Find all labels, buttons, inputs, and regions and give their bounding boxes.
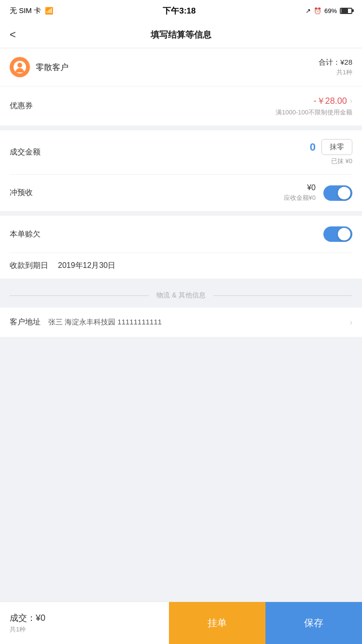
divider-left [10,295,149,296]
hang-button[interactable]: 挂单 [169,602,265,644]
prepay-subtext: 应收金额¥0 [284,194,316,202]
total-count: 共1种 [319,68,352,77]
debt-toggle-knob [338,228,350,240]
prepay-value: ¥0 [307,183,316,192]
carrier-label: 无 SIM 卡 [10,6,41,15]
logistics-label: 物流 & 其他信息 [156,291,205,300]
due-date-row: 收款到期日 2019年12月30日 [10,252,352,279]
deal-amount-row: 成交金额 0 抹零 已抹 ¥0 [10,130,352,175]
wifi-icon: 📶 [45,7,53,14]
amount-section: 成交金额 0 抹零 已抹 ¥0 冲预收 ¥0 应收金额¥0 [0,130,362,211]
address-value: 张三 海淀永丰科技园 11111111111 [48,318,162,327]
address-chevron-icon: › [350,318,352,327]
coupon-chevron-icon: › [350,97,352,105]
customer-left: 零散客户 [10,57,69,77]
content: 零散客户 合计：¥28 共1种 优惠券 -￥28.00 › 满1000-100不… [0,48,362,385]
avatar [10,57,30,77]
customer-name: 零散客户 [36,62,69,73]
prepay-toggle[interactable] [323,185,352,201]
customer-row: 零散客户 合计：¥28 共1种 [0,48,362,86]
coupon-right: -￥28.00 › 满1000-100不限制使用金额 [276,95,352,117]
bottom-deal: 成交：¥0 [10,612,159,624]
deal-amount-value: 0 [310,141,316,154]
prepay-right: ¥0 应收金额¥0 [284,183,316,202]
debt-section: 本单赊欠 收款到期日 2019年12月30日 [0,216,362,279]
page-title: 填写结算等信息 [151,29,211,41]
status-left: 无 SIM 卡 📶 [10,6,53,15]
deal-amount-label: 成交金额 [10,147,41,157]
bottom-bar: 成交：¥0 共1种 挂单 保存 [0,602,362,644]
bottom-count: 共1种 [10,625,159,634]
total-label: 合计：¥28 [319,58,352,67]
bottom-deal-label: 成交： [10,613,36,623]
status-right: ↗ ⏰ 69% [306,7,352,14]
back-button[interactable]: < [10,28,16,41]
status-time: 下午3:18 [163,5,195,16]
bottom-info: 成交：¥0 共1种 [0,612,169,634]
coupon-label: 优惠券 [10,101,33,111]
alarm-icon: ⏰ [314,7,321,14]
prepay-row: 冲预收 ¥0 应收金额¥0 [10,175,352,211]
battery-icon [340,8,352,14]
coupon-subtext: 满1000-100不限制使用金额 [276,108,352,117]
battery-percent: 69% [324,7,337,14]
avatar-icon [14,61,26,73]
address-label: 客户地址 [10,317,41,327]
deal-amount-sub: 已抹 ¥0 [331,157,352,166]
due-date-value: 2019年12月30日 [58,261,115,271]
location-icon: ↗ [306,7,311,14]
address-left: 客户地址 张三 海淀永丰科技园 11111111111 [10,317,162,327]
coupon-row[interactable]: 优惠券 -￥28.00 › 满1000-100不限制使用金额 [0,86,362,126]
toggle-knob [338,187,350,199]
nav-bar: < 填写结算等信息 [0,21,362,48]
round-button[interactable]: 抹零 [321,139,352,155]
customer-section: 零散客户 合计：¥28 共1种 优惠券 -￥28.00 › 满1000-100不… [0,48,362,126]
debt-row: 本单赊欠 [10,216,352,252]
address-section[interactable]: 客户地址 张三 海淀永丰科技园 11111111111 › [0,308,362,337]
deal-amount-right: 0 抹零 [310,139,352,155]
debt-toggle[interactable] [323,226,352,242]
save-button[interactable]: 保存 [265,602,362,644]
divider-right [213,295,352,296]
status-bar: 无 SIM 卡 📶 下午3:18 ↗ ⏰ 69% [0,0,362,21]
due-date-label: 收款到期日 [10,261,48,271]
debt-label: 本单赊欠 [10,229,41,239]
prepay-label: 冲预收 [10,188,33,198]
logistics-divider: 物流 & 其他信息 [0,283,362,308]
coupon-value: -￥28.00 [314,95,347,107]
bottom-deal-value: ¥0 [36,613,45,623]
customer-right: 合计：¥28 共1种 [319,58,352,77]
